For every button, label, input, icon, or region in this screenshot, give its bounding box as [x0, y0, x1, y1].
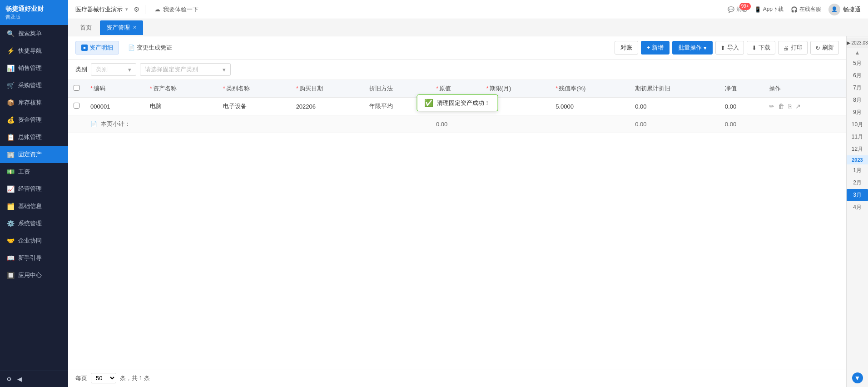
- month-10[interactable]: 10月: [847, 119, 868, 131]
- tab-home[interactable]: 首页: [74, 20, 98, 35]
- settings-icon[interactable]: ⚙: [6, 376, 12, 382]
- refresh-button[interactable]: ↻ 刷新: [810, 41, 839, 55]
- category-input[interactable]: 请选择固定资产类别 ▾: [140, 63, 231, 76]
- copy-icon[interactable]: ⎘: [788, 103, 792, 110]
- sidebar-item-label-5: 资金管理: [18, 116, 42, 124]
- content-area: ■ 资产明细 📄 变更生成凭证 对账 + 新增 批量操作 ▾: [68, 36, 846, 387]
- avatar: 👤: [828, 4, 840, 15]
- batch-arrow-icon: ▾: [704, 45, 707, 51]
- sidebar-item-icon-1: ⚡: [6, 47, 15, 55]
- subtotal-empty-check: [68, 115, 85, 133]
- cell-category: 电子设备: [218, 98, 291, 115]
- month-3-current[interactable]: 3月: [847, 189, 868, 201]
- import-icon: ⬆: [720, 45, 725, 51]
- subtotal-label-cell: 📄 本页小计：: [85, 115, 431, 133]
- toggle-panel-icon[interactable]: ▶: [847, 40, 850, 46]
- service-label: 在线客服: [799, 5, 821, 13]
- sidebar-item-快捷导航[interactable]: ⚡快捷导航: [0, 42, 68, 60]
- sidebar-item-系统管理[interactable]: ⚙️系统管理: [0, 215, 68, 232]
- month-9[interactable]: 9月: [847, 106, 868, 119]
- subtab-voucher[interactable]: 📄 变更生成凭证: [123, 41, 178, 54]
- col-action: 操作: [764, 80, 846, 98]
- subtotal-period: [481, 115, 551, 133]
- subtotal-row: 📄 本页小计： 0.00 0.00 0.00: [68, 115, 846, 133]
- download-button[interactable]: ⬇ 下载: [747, 41, 775, 55]
- sidebar-item-label-1: 快捷导航: [18, 47, 42, 55]
- sidebar-item-label-12: 企业协同: [18, 237, 42, 245]
- tab-asset-label: 资产管理: [106, 24, 130, 32]
- month-1[interactable]: 1月: [847, 164, 868, 177]
- topbar-right: 💬 消息 99+ 📱 App下载 🎧 在线客服 👤 畅捷通: [728, 4, 861, 15]
- sidebar-item-label-6: 总账管理: [18, 133, 42, 141]
- sidebar-item-资金管理[interactable]: 💰资金管理: [0, 111, 68, 129]
- sidebar-item-销售管理[interactable]: 📊销售管理: [0, 60, 68, 77]
- confirm-button[interactable]: 对账: [615, 41, 638, 55]
- edit-icon[interactable]: ✏: [769, 103, 774, 110]
- panel-bottom: ▼: [847, 371, 868, 387]
- app-download-button[interactable]: 📱 App下载: [754, 5, 784, 13]
- sidebar-item-icon-14: 🔲: [6, 272, 15, 279]
- topbar-settings-icon[interactable]: ⚙: [134, 5, 139, 14]
- refresh-icon: ↻: [815, 45, 820, 51]
- month-8[interactable]: 8月: [847, 94, 868, 106]
- subtab-asset-detail[interactable]: ■ 资产明细: [75, 41, 119, 55]
- experience-button[interactable]: ☁ 我要体验一下: [154, 5, 198, 14]
- sidebar-item-搜索菜单[interactable]: 🔍搜索菜单: [0, 25, 68, 42]
- panel-down-circle-icon[interactable]: ▼: [852, 372, 863, 383]
- filter-row: 类别 类别 ▾ 请选择固定资产类别 ▾: [68, 60, 846, 80]
- month-4[interactable]: 4月: [847, 201, 868, 213]
- month-11[interactable]: 11月: [847, 131, 868, 143]
- tab-home-label: 首页: [80, 24, 92, 32]
- sidebar-item-label-8: 工资: [18, 168, 30, 176]
- sidebar-item-label-4: 库存核算: [18, 99, 42, 107]
- subtab-dot-icon: ■: [81, 45, 88, 51]
- message-button[interactable]: 💬 消息 99+: [728, 5, 747, 13]
- month-12[interactable]: 12月: [847, 143, 868, 155]
- month-2[interactable]: 2月: [847, 177, 868, 189]
- more-icon[interactable]: ↗: [795, 103, 801, 110]
- col-category: *类别名称: [218, 80, 291, 98]
- col-accumulated: 期初累计折旧: [630, 80, 719, 98]
- edition-label: 普及版: [5, 14, 63, 20]
- cell-net-value: 0.00: [719, 98, 764, 115]
- sidebar-item-总账管理[interactable]: 📋总账管理: [0, 129, 68, 146]
- per-page-select[interactable]: 50 100: [91, 373, 116, 383]
- print-button[interactable]: 🖨 打印: [778, 41, 808, 55]
- sidebar-item-企业协同[interactable]: 🤝企业协同: [0, 232, 68, 249]
- category-type-select[interactable]: 类别 ▾: [91, 63, 136, 76]
- company-selector[interactable]: 医疗器械行业演示 ▾: [75, 5, 128, 14]
- select-all-checkbox[interactable]: [74, 85, 79, 91]
- tab-close-icon[interactable]: ✕: [133, 25, 137, 30]
- message-icon: 💬: [728, 6, 734, 13]
- add-button[interactable]: + 新增: [641, 41, 670, 55]
- month-6[interactable]: 6月: [847, 69, 868, 82]
- sidebar-item-基础信息[interactable]: 🗂️基础信息: [0, 198, 68, 215]
- row-checkbox[interactable]: [74, 103, 79, 109]
- user-profile[interactable]: 👤 畅捷通: [828, 4, 861, 15]
- collapse-icon[interactable]: ◀: [17, 376, 22, 382]
- sidebar-item-经营管理[interactable]: 📈经营管理: [0, 180, 68, 198]
- filter-arrow-icon: ▾: [223, 66, 226, 73]
- experience-label: 我要体验一下: [163, 5, 198, 14]
- subtotal-action: [764, 115, 846, 133]
- online-service-button[interactable]: 🎧 在线客服: [791, 5, 821, 13]
- sidebar-item-新手引导[interactable]: 📖新手引导: [0, 249, 68, 267]
- delete-icon[interactable]: 🗑: [778, 103, 784, 110]
- download-icon2: ⬇: [752, 45, 757, 51]
- month-5[interactable]: 5月: [847, 57, 868, 69]
- month-7[interactable]: 7月: [847, 82, 868, 94]
- tab-asset-management[interactable]: 资产管理 ✕: [100, 20, 143, 35]
- panel-up-icon[interactable]: ▲: [847, 48, 868, 57]
- sidebar-item-label-14: 应用中心: [18, 271, 42, 279]
- print-label: 打印: [791, 44, 803, 52]
- batch-label: 批量操作: [678, 44, 702, 52]
- sidebar-item-工资[interactable]: 💵工资: [0, 163, 68, 180]
- batch-button[interactable]: 批量操作 ▾: [672, 41, 713, 55]
- table-container[interactable]: ✅ 清理固定资产成功！ *编码 *资产名称 *类别名称 *购买日期: [68, 80, 846, 369]
- sidebar-item-采购管理[interactable]: 🛒采购管理: [0, 77, 68, 94]
- import-button[interactable]: ⬆ 导入: [715, 41, 744, 55]
- sidebar-item-应用中心[interactable]: 🔲应用中心: [0, 267, 68, 284]
- sidebar-item-固定资产[interactable]: 🏢固定资产: [0, 146, 68, 163]
- sidebar-item-icon-5: 💰: [6, 116, 15, 124]
- sidebar-item-库存核算[interactable]: 📦库存核算: [0, 94, 68, 111]
